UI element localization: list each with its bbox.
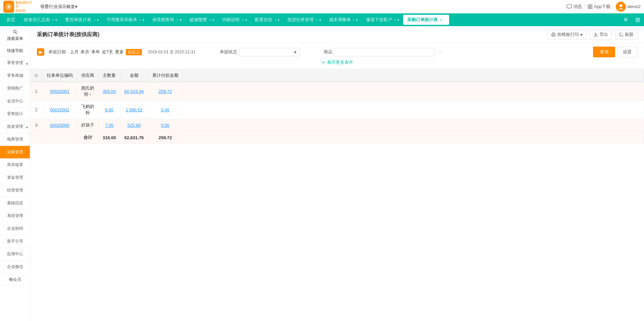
column-settings-icon[interactable]: ⚙ xyxy=(34,73,38,78)
sidebar-item-system[interactable]: 系统管理 xyxy=(0,210,30,222)
sidebar-item-wholesale[interactable]: 批发管理 ▴ xyxy=(0,120,30,133)
row-3-qty[interactable]: 7.00 xyxy=(99,119,120,131)
nav-expand-btn[interactable]: ⊞ xyxy=(633,15,642,24)
tab-9-close[interactable]: × xyxy=(353,18,355,22)
row-1-paid[interactable]: 259.72 xyxy=(148,82,182,101)
sidebar-item-ecommerce[interactable]: 电商管理 xyxy=(0,133,30,146)
product-more-btn[interactable]: ··· xyxy=(438,49,443,55)
print-button[interactable]: 按模板打印 ▾ xyxy=(547,30,586,40)
tab-3[interactable]: 可用量库存账本 × ▾ xyxy=(103,15,148,25)
tab-home[interactable]: 首页 xyxy=(2,15,20,25)
row-3-paid[interactable]: 0.00 xyxy=(148,119,182,131)
tab-10-close[interactable]: × xyxy=(394,18,396,22)
date-label: 单据日期 xyxy=(48,49,66,55)
sidebar-item-finance[interactable]: 资金管理 xyxy=(0,171,30,184)
supplier-expand-icon[interactable]: ▾ xyxy=(90,93,91,96)
message-btn[interactable]: 消息 xyxy=(567,4,582,10)
sidebar-item-collab[interactable]: 企业协同 xyxy=(0,222,30,235)
row-2-qty[interactable]: 6.00 xyxy=(99,101,120,119)
sidebar-item-member[interactable]: 会员中心 xyxy=(0,95,30,108)
tab-10[interactable]: 邀请下游客户 × ▾ xyxy=(362,15,403,25)
product-input[interactable] xyxy=(334,48,435,56)
tab-7[interactable]: 配置信息 × ▾ xyxy=(251,15,283,25)
export-button[interactable]: 导出 xyxy=(590,30,612,40)
user-name: demo2 xyxy=(627,4,641,9)
sidebar-item-retail-mall[interactable]: 零售商城 xyxy=(0,69,30,82)
shortcut-more[interactable]: 更多 xyxy=(115,49,124,55)
query-button[interactable]: 查询 xyxy=(593,47,615,57)
tab-2-close[interactable]: × xyxy=(93,18,95,22)
sidebar-item-inventory[interactable]: 库存核算 xyxy=(0,159,30,171)
shortcut-this-year[interactable]: 本年 xyxy=(91,49,100,55)
sidebar-item-app-center[interactable]: 应用中心 xyxy=(0,248,30,261)
sidebar-item-basic-info[interactable]: 基础信息 xyxy=(0,197,30,210)
tab-2-arrow: ▾ xyxy=(97,18,99,22)
app-download-btn[interactable]: App下载 xyxy=(587,4,610,10)
product-label: 商品 xyxy=(324,49,332,55)
user-avatar-area[interactable]: demo2 xyxy=(616,2,641,12)
sidebar-item-retail-stats[interactable]: 零售统计 xyxy=(0,108,30,120)
tab-1[interactable]: 收发存汇总表 × ▾ xyxy=(20,15,61,25)
sidebar-item-member2[interactable]: 畅会员 xyxy=(0,273,30,286)
layout: 搜索菜单 快捷导航 零售管理 ▴ 零售商城 营销推广 会员中心 零售统计 批发管… xyxy=(0,26,644,321)
tab-4[interactable]: 保质期查询 × ▾ xyxy=(148,15,185,25)
status-select[interactable]: ▾ xyxy=(239,48,300,56)
row-2-paid[interactable]: 0.00 xyxy=(148,101,182,119)
sidebar-item-newbie[interactable]: 新手引导 xyxy=(0,235,30,248)
row-3-code[interactable]: 00020005 xyxy=(43,119,77,131)
sidebar-item-wechat[interactable]: 企业微信 xyxy=(0,261,30,273)
tab-6[interactable]: 功能说明 × ▾ xyxy=(218,15,251,25)
data-table: ⚙ 往来单位编码 供应商 主数量 金额 累计付款金额 1 00020001 xyxy=(30,69,644,144)
row-1-code[interactable]: 00020001 xyxy=(43,82,77,101)
shortcut-7days[interactable]: 近7天 xyxy=(102,49,113,55)
tab-1-close[interactable]: × xyxy=(52,18,54,22)
tab-5[interactable]: 超储预警 × ▾ xyxy=(185,15,218,25)
tab-6-close[interactable]: × xyxy=(241,18,244,22)
tab-7-close[interactable]: × xyxy=(274,18,276,22)
tab-11[interactable]: 采购订单统计表 × ▾ xyxy=(403,15,449,25)
tab-3-close[interactable]: × xyxy=(139,18,141,22)
shortcut-this-month[interactable]: 本月 xyxy=(80,49,89,55)
table-container: ⚙ 往来单位编码 供应商 主数量 金额 累计付款金额 1 00020001 xyxy=(30,69,644,321)
tab-5-close[interactable]: × xyxy=(209,18,211,22)
shortcut-last-month[interactable]: 上月 xyxy=(70,49,78,55)
expand-icon-wholesale: ▴ xyxy=(26,125,28,128)
nav-tabs: 首页 收发存汇总表 × ▾ 要货单统计表 × ▾ 可用量库存账本 × ▾ 保质期… xyxy=(0,13,644,26)
svg-line-9 xyxy=(16,33,17,34)
settings-button[interactable]: 设置 xyxy=(617,47,637,57)
svg-rect-5 xyxy=(588,7,590,9)
workspace-arrow: ▾ xyxy=(75,4,77,9)
tab-3-arrow: ▾ xyxy=(143,18,144,22)
row-1-qty[interactable]: 303.00 xyxy=(99,82,120,101)
row-3-amount[interactable]: 525.80 xyxy=(120,119,148,131)
sidebar-search[interactable]: 搜索菜单 xyxy=(0,26,30,45)
filter-toggle-btn[interactable]: ▶ xyxy=(37,48,44,56)
tab-11-close[interactable]: × xyxy=(440,18,442,22)
svg-rect-6 xyxy=(590,7,592,9)
sidebar-item-marketing[interactable]: 营销推广 xyxy=(0,82,30,95)
expand-more[interactable]: 展开更多条件 xyxy=(37,59,637,65)
status-label: 单据状态 xyxy=(220,49,237,55)
filter-row-1: ▶ 单据日期 上月 本月 本年 近7天 更多 自定义 2016-01-01 至 … xyxy=(37,47,637,57)
row-2-amount[interactable]: 1,586.52 xyxy=(120,101,148,119)
sidebar-item-purchase[interactable]: 采购管理 xyxy=(0,146,30,159)
row-1-amount[interactable]: 60,519.44 xyxy=(120,82,148,101)
sidebar-item-retail-mgmt[interactable]: 零售管理 ▴ xyxy=(0,57,30,69)
tab-8-close[interactable]: × xyxy=(316,18,318,22)
nav-close-btn[interactable]: ✕ xyxy=(621,15,630,24)
svg-point-7 xyxy=(620,4,622,7)
workspace-selector[interactable]: 母婴行业演示账套 ▾ xyxy=(34,4,567,10)
tab-4-close[interactable]: × xyxy=(176,18,178,22)
tab-2[interactable]: 要货单统计表 × ▾ xyxy=(61,15,102,25)
tab-8[interactable]: 拣货任务管理 × ▾ xyxy=(283,15,325,25)
sidebar-quick-nav[interactable]: 快捷导航 xyxy=(0,45,30,57)
row-1-supplier: 惠氏奶粉 ▾ xyxy=(77,82,99,101)
table-row: 3 00020005 好孩子 7.00 525.80 0.00 xyxy=(30,119,644,131)
row-2-code[interactable]: 00020002 xyxy=(43,101,77,119)
tab-9[interactable]: 成本调整单 × ▾ xyxy=(325,15,362,25)
sidebar-item-operations[interactable]: 经营管理 xyxy=(0,184,30,197)
row-2-supplier: 飞鹤奶粉 xyxy=(77,101,99,119)
table-header-row: ⚙ 往来单位编码 供应商 主数量 金额 累计付款金额 xyxy=(30,69,644,82)
refresh-button[interactable]: 刷新 xyxy=(615,30,637,40)
sidebar: 搜索菜单 快捷导航 零售管理 ▴ 零售商城 营销推广 会员中心 零售统计 批发管… xyxy=(0,26,30,321)
